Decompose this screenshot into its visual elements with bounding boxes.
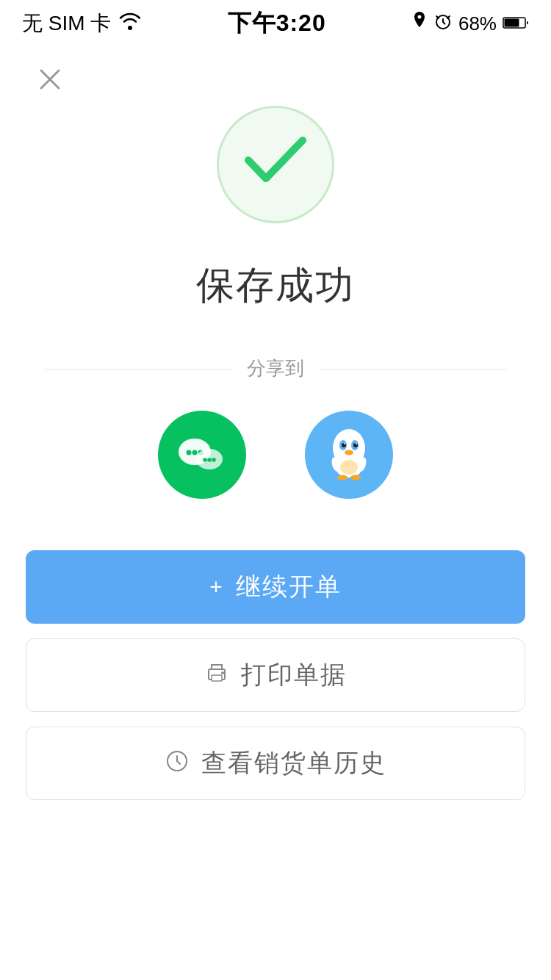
location-icon <box>411 12 428 36</box>
battery-percentage: 68% <box>458 12 497 35</box>
svg-point-29 <box>221 671 224 674</box>
status-left: 无 SIM 卡 <box>22 10 142 37</box>
svg-rect-2 <box>505 18 519 26</box>
svg-point-20 <box>345 450 353 455</box>
history-button[interactable]: 查看销货单历史 <box>26 727 525 800</box>
checkmark-icon <box>242 134 309 195</box>
continue-order-button[interactable]: + 继续开单 <box>26 550 525 624</box>
share-section: 分享到 <box>0 356 551 499</box>
svg-rect-28 <box>212 675 222 681</box>
wifi-icon <box>118 12 142 35</box>
no-sim-label: 无 SIM 卡 <box>22 10 111 37</box>
svg-point-16 <box>342 443 346 447</box>
svg-point-6 <box>187 450 192 455</box>
wechat-share-button[interactable] <box>158 411 246 499</box>
status-bar: 无 SIM 卡 下午3:20 68% <box>0 0 551 47</box>
share-divider: 分享到 <box>0 356 551 381</box>
status-time: 下午3:20 <box>228 7 326 40</box>
print-label: 打印单据 <box>241 658 347 692</box>
svg-point-12 <box>212 458 216 462</box>
svg-point-17 <box>353 443 358 447</box>
svg-point-19 <box>356 443 357 444</box>
success-icon-container <box>217 106 334 223</box>
clock-icon <box>165 749 190 779</box>
svg-point-22 <box>340 460 358 475</box>
plus-icon: + <box>209 574 224 599</box>
battery-icon <box>503 12 529 35</box>
main-content: 保存成功 分享到 <box>0 47 551 800</box>
action-buttons: + 继续开单 打印单据 查看销货单历史 <box>26 550 525 800</box>
share-label: 分享到 <box>232 356 319 381</box>
history-label: 查看销货单历史 <box>201 746 386 780</box>
print-button[interactable]: 打印单据 <box>26 638 525 712</box>
status-right: 68% <box>411 12 529 36</box>
svg-point-11 <box>207 458 212 462</box>
alarm-icon <box>433 12 453 36</box>
svg-point-10 <box>203 458 207 462</box>
svg-point-23 <box>337 475 347 480</box>
close-button[interactable] <box>29 59 71 100</box>
share-icons <box>158 411 393 499</box>
svg-point-24 <box>350 475 361 480</box>
qq-share-button[interactable] <box>305 411 393 499</box>
continue-order-label: 继续开单 <box>236 570 342 604</box>
svg-point-7 <box>192 450 198 455</box>
success-title: 保存成功 <box>196 260 355 311</box>
svg-point-18 <box>344 443 345 444</box>
printer-icon <box>204 660 229 691</box>
